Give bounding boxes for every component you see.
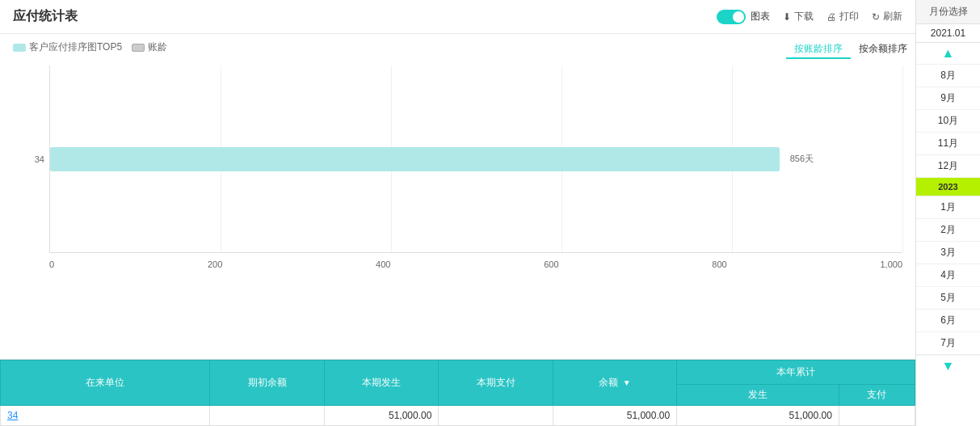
print-button[interactable]: 🖨 打印: [826, 10, 859, 23]
sidebar-month-4[interactable]: 4月: [916, 264, 980, 287]
legend-color-2: [132, 44, 145, 52]
cell-ytd-occur: 51,000.00: [677, 406, 839, 426]
nav-up-button[interactable]: ▲: [916, 43, 980, 65]
sidebar-month-9[interactable]: 9月: [916, 87, 980, 110]
cell-opening: [210, 406, 324, 426]
sidebar-month-2[interactable]: 2月: [916, 219, 980, 242]
legend-item-2: 账龄: [132, 40, 167, 54]
chevron-down-icon: ▼: [942, 359, 955, 373]
sidebar-month-11[interactable]: 11月: [916, 133, 980, 155]
chart-section: 客户应付排序图TOP5 账龄 按账龄排序 按余额排序 34: [0, 34, 915, 359]
toggle-knob: [733, 11, 744, 23]
chart-toggle-wrap: 图表: [717, 10, 770, 24]
sidebar-header: 月份选择: [916, 0, 980, 24]
sidebar-year-2023[interactable]: 2023: [916, 178, 980, 196]
legend-label-2: 账龄: [148, 40, 167, 54]
chevron-up-icon: ▲: [942, 46, 955, 61]
page-title: 应付统计表: [13, 8, 78, 25]
sidebar-month-1[interactable]: 1月: [916, 196, 980, 219]
sidebar-month-6[interactable]: 6月: [916, 310, 980, 332]
cell-ytd-pay: [839, 406, 915, 426]
sort-tab-age[interactable]: 按账龄排序: [786, 40, 851, 59]
x-label-600: 600: [544, 259, 558, 269]
x-label-400: 400: [376, 259, 390, 269]
cell-current-pay: [439, 406, 553, 426]
header-tools: 图表 ⬇ 下载 🖨 打印 ↻ 刷新: [717, 10, 902, 24]
sidebar-month-7[interactable]: 7月: [916, 332, 980, 355]
refresh-button[interactable]: ↻ 刷新: [872, 10, 902, 23]
chart-container: 34 856天 0 200: [13, 65, 902, 276]
col-current-pay: 本期支付: [439, 361, 553, 406]
chart-toggle[interactable]: [717, 10, 746, 24]
bar-34: 856天: [50, 147, 780, 171]
col-unit: 在来单位: [1, 361, 210, 406]
col-opening: 期初余额: [210, 361, 324, 406]
chart-legend: 客户应付排序图TOP5 账龄: [13, 40, 167, 54]
legend-item-1: 客户应付排序图TOP5: [13, 40, 122, 54]
sidebar-month-3[interactable]: 3月: [916, 242, 980, 264]
col-ytd-occur: 发生: [677, 385, 839, 406]
nav-down-button[interactable]: ▼: [916, 355, 980, 377]
sidebar-month-12[interactable]: 12月: [916, 155, 980, 178]
table-row: 34 51,000.00 51,000.00 51,000.00: [1, 406, 915, 426]
bar-end-label: 856天: [790, 153, 814, 165]
refresh-icon: ↻: [872, 11, 880, 23]
col-ytd-pay: 支付: [839, 385, 915, 406]
y-label-34: 34: [35, 154, 44, 164]
cell-unit[interactable]: 34: [1, 406, 210, 426]
print-icon: 🖨: [826, 11, 836, 23]
sort-tab-balance[interactable]: 按余额排序: [851, 40, 915, 59]
x-label-800: 800: [712, 259, 726, 269]
chart-sort-tabs: 按账龄排序 按余额排序: [786, 40, 915, 59]
legend-color-1: [13, 44, 26, 52]
grid-line-5: [902, 65, 903, 252]
page-header: 应付统计表 图表 ⬇ 下载 🖨 打印 ↻ 刷新: [0, 0, 915, 34]
cell-balance: 51,000.00: [553, 406, 676, 426]
download-button[interactable]: ⬇ 下载: [783, 10, 814, 23]
x-label-1000: 1,000: [880, 259, 902, 269]
month-sidebar: 月份选择 ▲ 8月 9月 10月 11月 12月 2023 1月 2月 3月 4…: [915, 0, 980, 426]
download-icon: ⬇: [783, 11, 791, 23]
x-label-200: 200: [208, 259, 222, 269]
legend-label-1: 客户应付排序图TOP5: [29, 40, 122, 54]
sidebar-month-8[interactable]: 8月: [916, 65, 980, 87]
x-axis-labels: 0 200 400 600 800 1,000: [49, 253, 902, 276]
balance-sort-icon: ▼: [623, 378, 631, 387]
table-body: 34 51,000.00 51,000.00 51,000.00: [1, 406, 915, 426]
chart-toggle-label: 图表: [751, 10, 770, 23]
sidebar-month-5[interactable]: 5月: [916, 287, 980, 310]
sidebar-month-10[interactable]: 10月: [916, 110, 980, 133]
col-current-occur: 本期发生: [324, 361, 438, 406]
chart-draw-area: 856天: [49, 65, 902, 253]
x-label-0: 0: [49, 259, 54, 269]
year-input[interactable]: [916, 24, 980, 43]
table-section: 在来单位 期初余额 本期发生 本期支付 余额 ▼ 本年累计 发生 支付: [0, 359, 915, 426]
data-table: 在来单位 期初余额 本期发生 本期支付 余额 ▼ 本年累计 发生 支付: [0, 360, 915, 426]
col-balance: 余额 ▼: [553, 361, 676, 406]
table-header-top: 在来单位 期初余额 本期发生 本期支付 余额 ▼ 本年累计: [1, 361, 915, 385]
col-ytd: 本年累计: [677, 361, 915, 385]
cell-current-occur: 51,000.00: [324, 406, 438, 426]
